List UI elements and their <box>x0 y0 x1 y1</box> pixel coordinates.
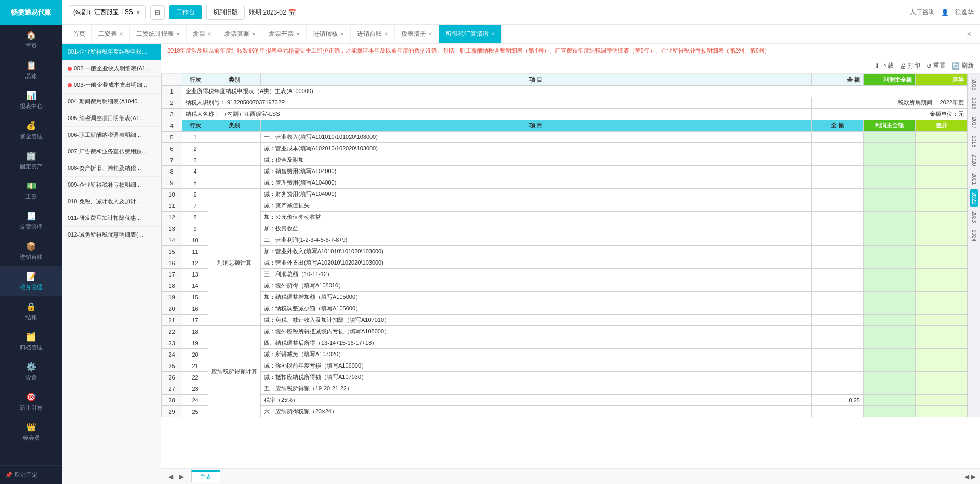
table-row[interactable]: 139加：投资收益 <box>162 223 968 234</box>
table-row[interactable]: 1814减：境外所得（填写A108010） <box>162 280 968 292</box>
cell-xm[interactable]: 税率（25%） <box>261 395 812 406</box>
cell-lrze[interactable] <box>864 177 916 189</box>
list-item-012[interactable]: 012-减免所得税优惠明细表(… <box>62 227 161 243</box>
cell-lrze[interactable] <box>864 269 916 280</box>
sidebar-item-ledger[interactable]: 📋 总账 <box>0 55 62 85</box>
table-row[interactable]: 2016减：纳税调整减少额（填写A105000） <box>162 303 968 315</box>
cell-xm[interactable]: 减：所得减免（填写A107020） <box>261 349 812 360</box>
table-row[interactable]: 1713三、利润总额（10-11-12） <box>162 269 968 280</box>
tab-close-icon[interactable]: ✕ <box>207 31 211 37</box>
cell-lrze[interactable] <box>864 349 916 360</box>
cell-qe[interactable] <box>812 315 864 326</box>
list-item-009[interactable]: 009-企业所得税补亏损明细... <box>62 177 161 193</box>
table-row[interactable]: 2824税率（25%）0.25 <box>162 395 968 406</box>
list-item-006[interactable]: 006-职工薪酬纳税调整明细... <box>62 127 161 143</box>
cell-cy[interactable] <box>916 360 968 372</box>
cell-cy[interactable] <box>916 234 968 246</box>
list-item-003[interactable]: 003-一般企业成本支出明细... <box>62 77 161 94</box>
cell-lrze[interactable] <box>864 246 916 257</box>
cell-lrze[interactable] <box>864 166 916 177</box>
cell-xm[interactable]: 减：抵扣应纳税所得额（填写A107030） <box>261 372 812 383</box>
cell-lrze[interactable] <box>864 212 916 223</box>
tab-close-icon[interactable]: ✕ <box>340 31 344 37</box>
tab-close-icon[interactable]: ✕ <box>176 31 180 37</box>
table-row[interactable]: 2723五、应纳税所得额（19-20-21-22） <box>162 383 968 395</box>
sidebar-item-settings[interactable]: ⚙️ 设置 <box>0 357 62 387</box>
cell-lrze[interactable] <box>864 143 916 154</box>
cell-qe[interactable] <box>812 326 864 337</box>
cell-xm[interactable]: 减：营业成本(填写A102010\102020\103000) <box>261 143 812 154</box>
cell-lrze[interactable] <box>864 360 916 372</box>
cell-cy[interactable] <box>916 212 968 223</box>
cell-cy[interactable] <box>916 395 968 406</box>
year-item-2022[interactable]: 2022 <box>970 189 978 207</box>
cell-cy[interactable] <box>916 315 968 326</box>
cell-qe[interactable] <box>812 303 864 315</box>
reset-button[interactable]: ↺ 重置 <box>926 61 946 70</box>
tab-income-tax[interactable]: 所得税汇算清缴 ✕ <box>439 25 502 44</box>
cell-lrze[interactable] <box>864 154 916 166</box>
sidebar-item-tax[interactable]: 📝 税务管理 <box>0 266 62 296</box>
cell-xm[interactable]: 减：管理费用(填写A104000) <box>261 177 812 189</box>
cell-qe[interactable] <box>812 143 864 154</box>
year-item-2021[interactable]: 2021 <box>970 170 978 188</box>
table-row[interactable]: 95减：管理费用(填写A104000) <box>162 177 968 189</box>
cell-cy[interactable] <box>916 349 968 360</box>
cell-cy[interactable] <box>916 177 968 189</box>
cell-qe[interactable] <box>812 372 864 383</box>
cell-xm[interactable]: 减：销售费用(填写A104000) <box>261 166 812 177</box>
table-row[interactable]: 1410二、营业利润(1-2-3-4-5-6-7-8+9) <box>162 234 968 246</box>
consult-button[interactable]: 人工咨询 <box>910 8 935 17</box>
nav-next-icon[interactable]: ▶ <box>176 472 187 481</box>
cell-cy[interactable] <box>916 326 968 337</box>
list-item-002[interactable]: 002-一般企业收入明细表(A1... <box>62 60 161 77</box>
sidebar-item-newbie[interactable]: 🎯 新手引导 <box>0 387 62 417</box>
cell-qe[interactable] <box>812 189 864 200</box>
sidebar-item-funds[interactable]: 💰 资金管理 <box>0 115 62 146</box>
cell-qe[interactable] <box>812 234 864 246</box>
cell-qe[interactable] <box>812 166 864 177</box>
cell-cy[interactable] <box>916 280 968 292</box>
year-item-2019[interactable]: 2019 <box>970 76 978 94</box>
cell-xm[interactable]: 减：境外应税所得抵减境内亏损（填写A108000） <box>261 326 812 337</box>
cell-xm[interactable]: 减：纳税调整减少额（填写A105000） <box>261 303 812 315</box>
cell-cy[interactable] <box>916 406 968 417</box>
table-row[interactable]: 1511加：营业外收入(填写A101010\101020\103000) <box>162 246 968 257</box>
year-item-2024[interactable]: 2024 <box>970 227 978 244</box>
cell-lrze[interactable] <box>864 257 916 269</box>
workbench-button[interactable]: 工作台 <box>169 5 202 19</box>
cell-cy[interactable] <box>916 132 968 143</box>
list-item-008[interactable]: 008-资产折旧、摊销及纳税... <box>62 160 161 177</box>
sidebar-item-member[interactable]: 👑 畅会员 <box>0 417 62 447</box>
tab-sales-verify[interactable]: 进销稽核 ✕ <box>307 25 351 44</box>
unpin-button[interactable]: 📌 取消固定 <box>0 465 62 484</box>
tab-invoice-calc[interactable]: 发票算账 ✕ <box>218 25 262 44</box>
cell-qe[interactable] <box>812 406 864 417</box>
sidebar-item-invoices[interactable]: 🧾 发票管理 <box>0 206 62 236</box>
cell-cy[interactable] <box>916 143 968 154</box>
sidebar-item-assets[interactable]: 🏢 固定资产 <box>0 146 62 176</box>
table-row[interactable]: 51一、营业收入(填写A101010\101020\103000) <box>162 132 968 143</box>
spreadsheet-area[interactable]: 行次 类别 项 目 全 额 利润主全额 差异 <box>161 74 980 468</box>
year-item-2023[interactable]: 2023 <box>970 208 978 226</box>
cell-cy[interactable] <box>916 246 968 257</box>
cell-qe[interactable] <box>812 177 864 189</box>
download-button[interactable]: ⬇ 下载 <box>875 61 894 70</box>
cell-qe[interactable] <box>812 383 864 395</box>
company-selector[interactable]: (勾副）江西服宝-LSS ▼ <box>69 5 146 19</box>
cell-lrze[interactable] <box>864 132 916 143</box>
cell-qe[interactable]: 0.25 <box>812 395 864 406</box>
copy-icon[interactable]: ⊟ <box>150 5 165 20</box>
sidebar-item-home[interactable]: 🏠 首页 <box>0 25 62 55</box>
sidebar-item-reports[interactable]: 📊 报表中心 <box>0 85 62 115</box>
cell-lrze[interactable] <box>864 223 916 234</box>
cell-lrze[interactable] <box>864 383 916 395</box>
tab-home[interactable]: 首页 <box>67 25 92 44</box>
year-item-2020[interactable]: 2020 <box>970 151 978 169</box>
tab-close-icon[interactable]: ✕ <box>296 31 300 37</box>
table-row[interactable]: 2420减：所得减免（填写A107020） <box>162 349 968 360</box>
table-row[interactable]: 106减：财务费用(填写A104000) <box>162 189 968 200</box>
tab-tax-table[interactable]: 税表清册 ✕ <box>395 25 439 44</box>
table-row[interactable]: 1915加：纳税调整增加额（填写A105000） <box>162 292 968 303</box>
cell-xm[interactable]: 加：投资收益 <box>261 223 812 234</box>
